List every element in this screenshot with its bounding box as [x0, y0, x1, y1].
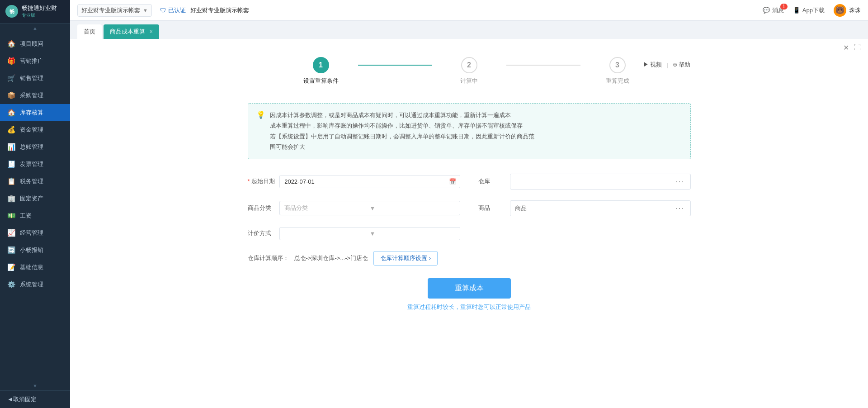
warehouse-input-wrapper: ···: [510, 174, 691, 190]
start-date-row: 起始日期 📅: [248, 174, 460, 190]
start-date-input[interactable]: [280, 176, 445, 188]
sidebar-item-tax[interactable]: 📋 税务管理: [0, 173, 70, 190]
shield-icon: 🛡: [160, 7, 166, 14]
tab-bar: 首页 商品成本重算 ×: [70, 21, 868, 39]
chevron-down-icon: ▼: [370, 205, 455, 212]
app-title: 畅捷通好业财: [22, 5, 57, 12]
finance-icon: 💰: [7, 126, 15, 134]
sidebar-item-finance[interactable]: 💰 资金管理: [0, 121, 70, 138]
goods-input[interactable]: [515, 205, 674, 212]
sidebar-item-label: 项目顾问: [20, 40, 43, 48]
sidebar-header: 畅 畅捷通好业财 专业版: [0, 0, 70, 24]
sidebar-item-purchase[interactable]: 📦 采购管理: [0, 87, 70, 104]
marketing-icon: 🎁: [7, 57, 15, 65]
scroll-up[interactable]: ▲: [0, 24, 70, 33]
verified-text: 已认证: [168, 6, 186, 14]
step-2-circle: 2: [461, 57, 477, 73]
sidebar-item-expense[interactable]: 🔄 小畅报销: [0, 242, 70, 259]
step-line-2: [506, 65, 580, 66]
tab-recalc[interactable]: 商品成本重算 ×: [104, 24, 159, 39]
step-1-circle: 1: [313, 57, 329, 73]
close-window-icon[interactable]: ✕: [843, 43, 849, 52]
sidebar-item-invoice[interactable]: 🧾 发票管理: [0, 156, 70, 173]
sidebar-item-assets[interactable]: 🏢 固定资产: [0, 190, 70, 207]
sidebar-item-label: 系统管理: [20, 280, 43, 289]
sidebar-item-marketing[interactable]: 🎁 营销推广: [0, 52, 70, 70]
verified-badge: 🛡 已认证: [160, 6, 186, 14]
sidebar-item-label: 资金管理: [20, 126, 43, 134]
step-2: 2 计算中: [432, 57, 506, 85]
step-2-label: 计算中: [460, 77, 478, 85]
goods-row: 商品 ···: [478, 200, 691, 216]
phone-icon: 📱: [793, 7, 800, 14]
inventory-icon: 🏠: [7, 109, 15, 117]
sidebar: 畅 畅捷通好业财 专业版 ▲ 🏠 项目顾问 🎁 营销推广 🛒 销售管理 📦 采购…: [0, 0, 70, 408]
info-box: 💡 因成本计算参数调整，或是对商品成本有疑问时，可以通过成本重算功能，重新计算一…: [248, 103, 691, 159]
sidebar-item-label: 小畅报销: [20, 246, 43, 254]
start-date-label: 起始日期: [248, 177, 275, 185]
sidebar-item-label: 总账管理: [20, 143, 43, 151]
form-grid: 起始日期 📅 仓库 ··· 商品分类: [248, 174, 691, 240]
sidebar-item-sales[interactable]: 🛒 销售管理: [0, 70, 70, 87]
project-icon: 🏠: [7, 40, 15, 48]
sidebar-pin-toggle[interactable]: ◄取消固定: [0, 390, 70, 408]
info-text: 因成本计算参数调整，或是对商品成本有疑问时，可以通过成本重算功能，重新计算一遍成…: [270, 110, 534, 152]
sidebar-nav: 🏠 项目顾问 🎁 营销推广 🛒 销售管理 📦 采购管理 🏠 库存核算 💰 资金管…: [0, 33, 70, 381]
warehouse-order-value: 总仓->深圳仓库->...->门店仓: [294, 254, 368, 262]
sep: |: [666, 62, 668, 68]
sidebar-item-label: 营销推广: [20, 57, 43, 65]
sidebar-item-inventory[interactable]: 🏠 库存核算: [0, 104, 70, 121]
pricing-select[interactable]: ▼: [279, 227, 460, 240]
tab-close-icon[interactable]: ×: [150, 28, 153, 35]
steps-section: 1 设置重算条件 2 计算中 3: [248, 57, 691, 85]
goods-more-icon[interactable]: ···: [674, 204, 685, 213]
step-3-circle: 3: [609, 57, 626, 73]
warehouse-more-icon[interactable]: ···: [674, 177, 685, 186]
category-row: 商品分类 商品分类 ▼: [248, 200, 460, 216]
app-download-button[interactable]: 📱 App下载: [793, 6, 825, 14]
expand-window-icon[interactable]: ⛶: [854, 43, 861, 52]
account-selector[interactable]: 好业财专业版演示帐套 ▼: [77, 4, 152, 17]
sidebar-item-operation[interactable]: 📈 经营管理: [0, 224, 70, 242]
user-avatar[interactable]: 🐻 珠珠: [834, 4, 861, 17]
info-icon: 💡: [256, 110, 265, 152]
page-content: 1 设置重算条件 2 计算中 3: [221, 39, 718, 329]
tab-home[interactable]: 首页: [77, 24, 102, 39]
app-edition: 专业版: [22, 12, 57, 19]
sidebar-item-salary[interactable]: 💵 工资: [0, 207, 70, 224]
sidebar-item-basic[interactable]: 📝 基础信息: [0, 259, 70, 276]
tax-icon: 📋: [7, 177, 15, 185]
calendar-icon[interactable]: 📅: [445, 176, 460, 188]
warehouse-order-setting-button[interactable]: 仓库计算顺序设置 ›: [373, 251, 438, 266]
recalc-button[interactable]: 重算成本: [428, 278, 511, 299]
sidebar-item-project[interactable]: 🏠 项目顾问: [0, 35, 70, 52]
message-button[interactable]: 💬 消息 1: [763, 6, 784, 14]
scroll-down[interactable]: ▼: [0, 381, 70, 390]
account-full-name: 好业财专业版演示帐套: [190, 6, 249, 14]
message-icon: 💬: [763, 7, 770, 14]
pricing-row: 计价方式 ▼: [248, 227, 460, 240]
step-3-label: 重算完成: [606, 77, 629, 85]
goods-input-wrapper: ···: [510, 200, 691, 216]
steps-container: 1 设置重算条件 2 计算中 3: [248, 57, 691, 85]
warehouse-input[interactable]: [515, 178, 674, 185]
user-name: 珠珠: [849, 6, 861, 14]
sidebar-item-accounting[interactable]: 📊 总账管理: [0, 138, 70, 156]
topbar-right: 💬 消息 1 📱 App下载 🐻 珠珠: [763, 4, 861, 17]
steps-actions: ▶ 视频 | ⊙ 帮助: [643, 61, 691, 69]
sidebar-item-label: 固定资产: [20, 195, 43, 203]
sidebar-item-label: 库存核算: [20, 109, 43, 117]
category-select[interactable]: 商品分类 ▼: [279, 201, 460, 215]
salary-icon: 💵: [7, 212, 15, 220]
goods-label: 商品: [478, 204, 505, 212]
recalc-section: 重算成本 重算过程耗时较长，重算时您可以正常使用产品: [248, 278, 691, 311]
sidebar-item-system[interactable]: ⚙️ 系统管理: [0, 276, 70, 293]
topbar: 好业财专业版演示帐套 ▼ 🛡 已认证 好业财专业版演示帐套 💬 消息 1 📱 A…: [70, 0, 868, 21]
help-link[interactable]: ⊙ 帮助: [673, 61, 691, 69]
assets-icon: 🏢: [7, 195, 15, 203]
warehouse-order-label: 仓库计算顺序：: [248, 254, 289, 262]
step-line-1: [358, 65, 432, 66]
recalc-hint: 重算过程耗时较长，重算时您可以正常使用产品: [407, 303, 531, 311]
video-link[interactable]: ▶ 视频: [643, 61, 662, 69]
purchase-icon: 📦: [7, 91, 15, 100]
